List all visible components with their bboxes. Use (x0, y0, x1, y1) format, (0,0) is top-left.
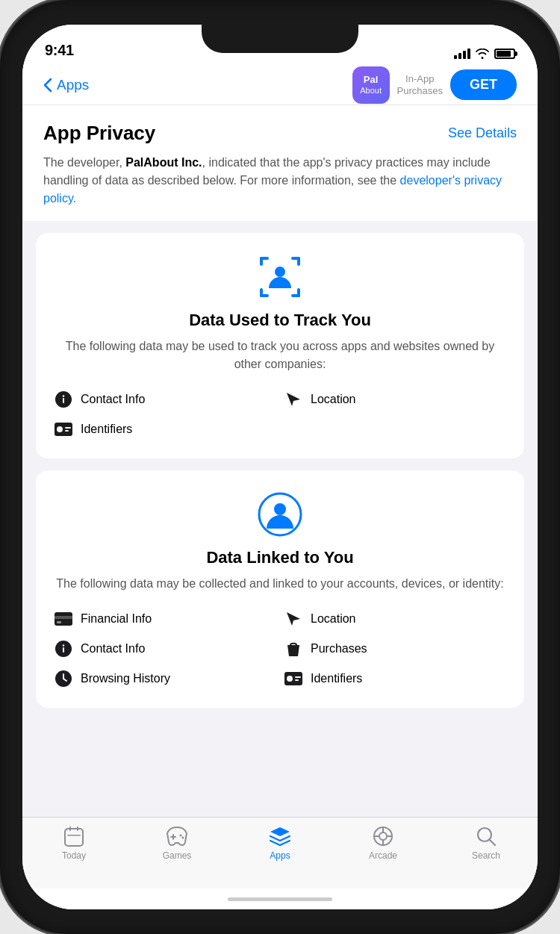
linked-browsing-label: Browsing History (81, 672, 170, 685)
svg-rect-15 (65, 430, 69, 432)
notch (202, 25, 358, 53)
privacy-title: App Privacy (43, 122, 155, 145)
svg-point-11 (63, 395, 64, 396)
id-card-icon-linked (284, 669, 303, 688)
iap-label: In-AppPurchases (397, 73, 443, 96)
linked-location-item: Location (284, 609, 506, 629)
svg-point-38 (379, 832, 387, 840)
track-contact-info-item: Contact Info (54, 390, 276, 409)
tab-games-label: Games (163, 850, 192, 861)
track-icon-area (54, 254, 506, 300)
linked-identifiers-label: Identifiers (311, 672, 362, 685)
linked-icon-area (54, 491, 506, 538)
svg-point-13 (57, 426, 63, 432)
linked-financial-label: Financial Info (81, 612, 152, 626)
linked-purchases-item: Purchases (284, 639, 506, 659)
see-details-link[interactable]: See Details (448, 125, 517, 141)
app-icon-line2: About (360, 86, 382, 95)
get-button[interactable]: GET (450, 69, 517, 100)
tab-today[interactable]: Today (22, 825, 125, 861)
tab-apps-label: Apps (270, 850, 290, 861)
phone-screen: 9:41 (22, 25, 538, 909)
svg-rect-22 (63, 647, 64, 653)
app-info: Pal About In-AppPurchases GET (352, 66, 517, 104)
linked-browsing-item: Browsing History (54, 669, 276, 688)
tab-games[interactable]: Games (125, 825, 228, 861)
svg-line-44 (490, 840, 495, 845)
tab-today-label: Today (62, 850, 86, 861)
svg-rect-10 (63, 398, 64, 403)
privacy-policy-link[interactable]: developer's privacy policy. (43, 174, 502, 205)
arcade-icon (372, 825, 394, 847)
svg-rect-3 (297, 257, 300, 266)
info-circle-icon (54, 390, 73, 409)
svg-rect-7 (291, 294, 300, 297)
track-items-grid: Contact Info Location (54, 390, 506, 439)
svg-rect-5 (260, 294, 269, 297)
privacy-header: App Privacy See Details The developer, P… (22, 105, 538, 221)
svg-rect-20 (57, 621, 61, 623)
svg-rect-31 (65, 829, 83, 846)
svg-rect-1 (260, 257, 263, 266)
svg-rect-30 (295, 679, 299, 681)
apps-tab-icon (269, 825, 291, 847)
track-location-label: Location (311, 393, 356, 406)
chevron-left-icon (43, 78, 52, 93)
tab-search-label: Search (472, 850, 500, 861)
track-identifiers-item: Identifiers (54, 420, 276, 439)
back-label: Apps (57, 77, 89, 93)
status-icons (454, 49, 515, 59)
location-arrow-icon-2 (284, 609, 303, 629)
games-icon (166, 825, 188, 847)
tab-arcade[interactable]: Arcade (332, 825, 435, 861)
id-card-icon-track (54, 420, 73, 439)
tab-apps[interactable]: Apps (228, 825, 332, 861)
svg-point-28 (287, 676, 293, 682)
back-button[interactable]: Apps (43, 77, 89, 93)
svg-point-23 (63, 644, 64, 646)
linked-identifiers-item: Identifiers (284, 669, 506, 688)
tab-search[interactable]: Search (435, 825, 538, 861)
track-contact-info-label: Contact Info (81, 393, 145, 406)
linked-contact-item: Contact Info (54, 639, 276, 659)
info-circle-icon-2 (54, 639, 73, 659)
linked-items-grid: Financial Info Location (54, 609, 506, 688)
tab-bar: Today Games (22, 817, 538, 888)
svg-point-36 (182, 837, 184, 839)
phone-frame: 9:41 (0, 0, 560, 934)
linked-card-title: Data Linked to You (54, 548, 506, 567)
svg-point-17 (274, 503, 286, 515)
nav-bar: Apps Pal About In-AppPurchases GET (22, 65, 538, 105)
wifi-icon (475, 49, 490, 59)
location-arrow-icon (284, 390, 303, 409)
shopping-bag-icon (284, 639, 303, 659)
svg-rect-32 (69, 826, 71, 831)
privacy-title-row: App Privacy See Details (43, 122, 517, 145)
today-icon (63, 825, 85, 847)
signal-icon (454, 49, 470, 59)
track-card-title: Data Used to Track You (54, 311, 506, 330)
track-location-item: Location (284, 390, 506, 409)
credit-card-icon (54, 609, 73, 629)
svg-rect-14 (65, 427, 71, 429)
developer-name: PalAbout Inc. (125, 156, 202, 169)
linked-financial-item: Financial Info (54, 609, 276, 629)
battery-icon (494, 49, 515, 59)
linked-person-icon (257, 491, 303, 538)
app-icon: Pal About (352, 66, 390, 104)
home-bar (228, 897, 332, 901)
tab-arcade-label: Arcade (369, 850, 397, 861)
scroll-content[interactable]: App Privacy See Details The developer, P… (22, 105, 538, 817)
app-icon-line1: Pal (364, 75, 379, 85)
track-card-desc: The following data may be used to track … (54, 337, 506, 373)
svg-point-8 (275, 267, 285, 277)
linked-contact-label: Contact Info (81, 642, 145, 656)
svg-point-35 (180, 835, 182, 837)
home-indicator (22, 888, 538, 909)
status-time: 9:41 (45, 42, 74, 59)
svg-rect-19 (55, 616, 72, 619)
linked-to-you-card: Data Linked to You The following data ma… (36, 470, 524, 708)
svg-rect-29 (295, 676, 301, 678)
clock-icon (54, 669, 73, 688)
track-identifiers-label: Identifiers (81, 423, 132, 436)
